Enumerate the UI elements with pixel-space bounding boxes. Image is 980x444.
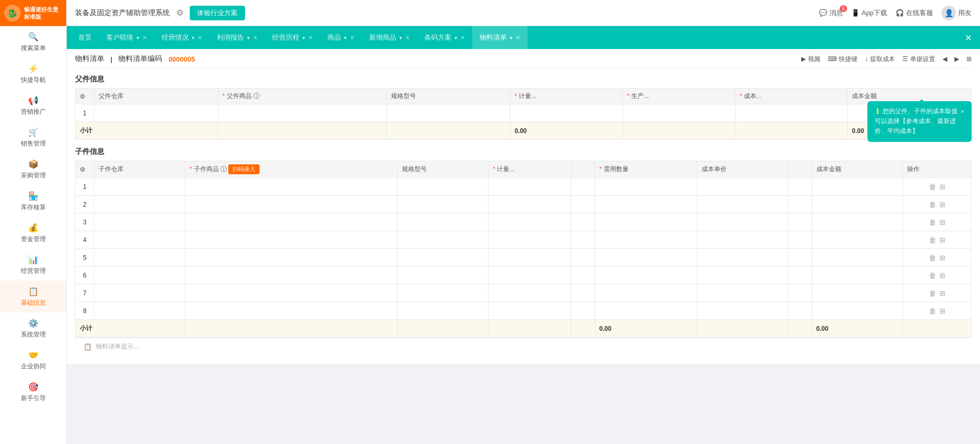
child-unit-cell-7[interactable] xyxy=(488,284,571,302)
sidebar-item-系统管理[interactable]: ⚙️ 系统管理 xyxy=(0,313,66,344)
child-warehouse-cell-4[interactable] xyxy=(94,231,186,249)
tab-close-icon[interactable]: ✕ xyxy=(142,34,147,41)
parent-product-cell[interactable] xyxy=(218,104,386,122)
child-unit-cell-3[interactable] xyxy=(488,213,571,231)
gear-button[interactable]: ⚙ xyxy=(176,8,183,18)
child-warehouse-cell-2[interactable] xyxy=(94,196,186,213)
nav-tab-利润报告[interactable]: 利润报告▾✕ xyxy=(210,26,265,49)
child-unit-cell-2[interactable] xyxy=(488,196,571,213)
tab-close-icon[interactable]: ✕ xyxy=(516,34,520,41)
sidebar-item-基础信息[interactable]: 📋 基础信息 xyxy=(0,281,66,313)
sidebar-item-资金管理[interactable]: 💰 资金管理 xyxy=(0,217,66,249)
child-unit-cell-5[interactable] xyxy=(488,249,571,267)
child-warehouse-cell-7[interactable] xyxy=(94,284,186,302)
delete-icon-5[interactable]: 🗑 xyxy=(929,254,936,262)
child-product-cell-3[interactable] xyxy=(185,213,397,231)
child-product-cell-6[interactable] xyxy=(185,267,397,284)
copy-icon-8[interactable]: ⊞ xyxy=(939,307,946,315)
child-product-cell-2[interactable] xyxy=(185,196,397,213)
child-spec-cell-2[interactable] xyxy=(397,196,488,213)
child-spec-cell-6[interactable] xyxy=(397,267,488,284)
tooltip-close-button[interactable]: × xyxy=(960,106,964,117)
delete-icon-8[interactable]: 🗑 xyxy=(929,307,936,315)
child-unit-cell-8[interactable] xyxy=(488,302,571,320)
sidebar-item-快捷导航[interactable]: ⚡ 快捷导航 xyxy=(0,58,66,90)
child-warehouse-cell-8[interactable] xyxy=(94,302,186,320)
child-spec-cell-8[interactable] xyxy=(397,302,488,320)
nav-tab-客户联络[interactable]: 客户联络▾✕ xyxy=(99,26,154,49)
sidebar-item-经营管理[interactable]: 📊 经营管理 xyxy=(0,249,66,281)
sidebar-item-营销推广[interactable]: 📢 营销推广 xyxy=(0,90,66,122)
child-warehouse-cell-6[interactable] xyxy=(94,267,186,284)
child-qty-cell-3[interactable] xyxy=(595,213,697,231)
parent-spec-cell[interactable] xyxy=(386,104,510,122)
expand-icon[interactable]: ⊞ xyxy=(966,55,972,63)
tab-close-icon[interactable]: ✕ xyxy=(253,34,258,41)
sidebar-item-销售管理[interactable]: 🛒 销售管理 xyxy=(0,122,66,153)
nav-tab-物料清单[interactable]: 物料清单▾✕ xyxy=(472,26,528,49)
child-warehouse-cell-1[interactable] xyxy=(94,178,186,196)
child-qty-cell-6[interactable] xyxy=(595,267,697,284)
child-warehouse-cell-5[interactable] xyxy=(94,249,186,267)
sidebar-item-库存核算[interactable]: 🏪 库存核算 xyxy=(0,185,66,217)
delete-icon-4[interactable]: 🗑 xyxy=(929,236,936,244)
trial-button[interactable]: 体验行业方案 xyxy=(190,6,245,20)
delete-icon-2[interactable]: 🗑 xyxy=(929,200,936,209)
shortcut-button[interactable]: ⌨ 快捷键 xyxy=(828,55,858,64)
delete-icon-1[interactable]: 🗑 xyxy=(929,183,936,191)
delete-icon-7[interactable]: 🗑 xyxy=(929,289,936,297)
message-button[interactable]: 💬 消息 6 xyxy=(819,8,843,18)
child-qty-cell-2[interactable] xyxy=(595,196,697,213)
nav-prev-icon[interactable]: ◀ xyxy=(942,55,947,63)
child-unitcost-cell-4[interactable] xyxy=(697,231,788,249)
child-col-settings[interactable]: ⚙ xyxy=(76,161,94,178)
parent-unit-cell[interactable] xyxy=(510,104,623,122)
nav-tab-首页[interactable]: 首页 xyxy=(71,26,99,49)
child-unit-cell-4[interactable] xyxy=(488,231,571,249)
child-product-cell-7[interactable] xyxy=(185,284,397,302)
child-qty-cell-8[interactable] xyxy=(595,302,697,320)
child-spec-cell-5[interactable] xyxy=(397,249,488,267)
breadcrumb-item1[interactable]: 物料清单 xyxy=(75,54,104,64)
child-qty-cell-7[interactable] xyxy=(595,284,697,302)
child-qty-cell-5[interactable] xyxy=(595,249,697,267)
copy-icon-4[interactable]: ⊞ xyxy=(939,236,946,244)
child-unitcost-cell-1[interactable] xyxy=(697,178,788,196)
parent-col-settings[interactable]: ⚙ xyxy=(76,89,94,104)
nav-tab-新增商品[interactable]: 新增商品▾✕ xyxy=(362,26,417,49)
child-unitcost-cell-5[interactable] xyxy=(697,249,788,267)
close-nav-icon[interactable]: ✕ xyxy=(961,33,976,43)
sidebar-item-新手引导[interactable]: 🎯 新手引导 xyxy=(0,376,66,408)
child-qty-cell-4[interactable] xyxy=(595,231,697,249)
nav-tab-商品[interactable]: 商品▾✕ xyxy=(320,26,362,49)
copy-icon-7[interactable]: ⊞ xyxy=(939,289,946,297)
tab-close-icon[interactable]: ✕ xyxy=(308,34,313,41)
copy-icon-1[interactable]: ⊞ xyxy=(939,183,946,191)
app-download-button[interactable]: 📱 App下载 xyxy=(851,8,887,18)
child-product-cell-8[interactable] xyxy=(185,302,397,320)
child-spec-cell-3[interactable] xyxy=(397,213,488,231)
nav-next-icon[interactable]: ▶ xyxy=(954,55,959,63)
tab-close-icon[interactable]: ✕ xyxy=(405,34,410,41)
delete-icon-3[interactable]: 🗑 xyxy=(929,218,936,226)
nav-tab-经营情况[interactable]: 经营情况▾✕ xyxy=(154,26,210,49)
sidebar-item-企业协同[interactable]: 🤝 企业协同 xyxy=(0,344,66,376)
child-unitcost-cell-3[interactable] xyxy=(697,213,788,231)
child-spec-cell-4[interactable] xyxy=(397,231,488,249)
sidebar-item-搜索菜单[interactable]: 🔍 搜索菜单 xyxy=(0,26,66,58)
copy-icon-2[interactable]: ⊞ xyxy=(939,200,946,209)
child-unit-cell-6[interactable] xyxy=(488,267,571,284)
child-product-cell-4[interactable] xyxy=(185,231,397,249)
copy-icon-5[interactable]: ⊞ xyxy=(939,254,946,262)
child-unitcost-cell-2[interactable] xyxy=(697,196,788,213)
child-unit-cell-1[interactable] xyxy=(488,178,571,196)
nav-tab-条码方案[interactable]: 条码方案▾✕ xyxy=(417,26,472,49)
child-warehouse-cell-3[interactable] xyxy=(94,213,186,231)
child-unitcost-cell-8[interactable] xyxy=(697,302,788,320)
view-button[interactable]: ▶ 视频 xyxy=(801,55,820,64)
child-product-cell-5[interactable] xyxy=(185,249,397,267)
child-unitcost-cell-6[interactable] xyxy=(697,267,788,284)
child-unitcost-cell-7[interactable] xyxy=(697,284,788,302)
extract-cost-button[interactable]: ↓ 提取成本 xyxy=(865,55,895,64)
parent-produce-cell[interactable] xyxy=(622,104,735,122)
